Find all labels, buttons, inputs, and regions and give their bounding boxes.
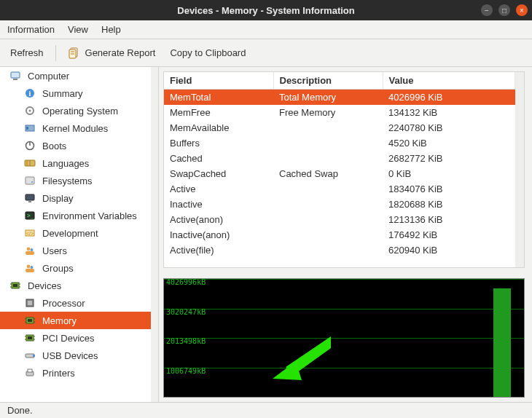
- svg-point-25: [27, 248, 31, 251]
- sidebar-item-processor[interactable]: Processor: [0, 294, 158, 312]
- sidebar-item-printers[interactable]: Printers: [0, 364, 158, 382]
- sidebar-item-filesystems[interactable]: Filesystems: [0, 172, 158, 189]
- cell-description: [273, 181, 383, 197]
- lang-icon: [23, 157, 36, 169]
- toolbar-separator: [55, 45, 56, 61]
- sidebar-item-pci[interactable]: PCI Devices: [0, 329, 158, 347]
- svg-rect-52: [33, 355, 35, 357]
- sidebar-item-label: Summary: [42, 88, 83, 99]
- svg-rect-46: [28, 336, 32, 339]
- table-row[interactable]: SwapCachedCached Swap0 KiB: [164, 166, 515, 181]
- table-row[interactable]: MemTotalTotal Memory4026996 KiB: [164, 90, 515, 106]
- cell-field: Buffers: [164, 135, 273, 151]
- cell-value: 2682772 KiB: [383, 151, 515, 166]
- table-row[interactable]: Cached2682772 KiB: [164, 151, 515, 166]
- dev-icon: </>: [23, 227, 36, 239]
- sidebar-item-label: Users: [42, 245, 67, 256]
- status-bar: Done.: [0, 402, 532, 418]
- sidebar-item-label: Memory: [42, 315, 77, 326]
- svg-rect-54: [28, 369, 32, 372]
- cell-description: [273, 212, 383, 227]
- chart-gridlabel: 4026996kB: [166, 278, 206, 286]
- sidebar-item-label: PCI Devices: [42, 333, 95, 344]
- sidebar-item-kernel-modules[interactable]: Kernel Modules: [0, 119, 158, 137]
- sidebar-item-env-vars[interactable]: >_Environment Variables: [0, 207, 158, 224]
- copy-clipboard-button[interactable]: Copy to Clipboard: [167, 44, 249, 61]
- disk-icon: [23, 175, 36, 186]
- generate-report-button[interactable]: Generate Report: [65, 44, 159, 62]
- sidebar-item-label: Environment Variables: [42, 210, 137, 221]
- cell-description: [273, 151, 383, 166]
- info-icon: i: [23, 87, 36, 99]
- close-button[interactable]: ×: [516, 4, 528, 16]
- table-row[interactable]: Active(file)620940 KiB: [164, 242, 515, 258]
- status-text: Done.: [7, 405, 33, 416]
- sidebar-item-label: Development: [42, 228, 98, 239]
- generate-report-label: Generate Report: [85, 47, 156, 58]
- svg-rect-17: [26, 177, 34, 184]
- sidebar-group-computer[interactable]: Computer: [0, 67, 158, 84]
- sidebar-item-label: Groups: [42, 263, 74, 274]
- menu-help[interactable]: Help: [101, 24, 121, 35]
- table-scrollbar[interactable]: [515, 72, 524, 267]
- header-description[interactable]: Description: [273, 72, 383, 90]
- sidebar-item-summary[interactable]: iSummary: [0, 84, 158, 102]
- table-row[interactable]: Buffers4520 KiB: [164, 135, 515, 151]
- minimize-button[interactable]: −: [481, 4, 493, 16]
- sidebar-item-label: Operating System: [42, 106, 118, 117]
- cell-field: MemTotal: [164, 90, 273, 106]
- copy-clipboard-label: Copy to Clipboard: [170, 47, 246, 58]
- users-icon: [23, 245, 36, 256]
- sidebar-item-os[interactable]: Operating System: [0, 102, 158, 119]
- table-row[interactable]: Inactive1820688 KiB: [164, 197, 515, 212]
- report-icon: [68, 47, 81, 59]
- sidebar-item-label: Printers: [42, 368, 75, 379]
- sidebar-item-groups[interactable]: Groups: [0, 259, 158, 277]
- chart-gridlabel: 2013498kB: [166, 337, 206, 345]
- menu-view[interactable]: View: [68, 24, 88, 35]
- chart-gridline: [164, 309, 524, 309]
- header-value[interactable]: Value: [383, 72, 515, 90]
- chart-gridline: [164, 279, 524, 280]
- window-title: Devices - Memory - System Information: [177, 5, 354, 16]
- table-row[interactable]: Inactive(anon)176492 KiB: [164, 227, 515, 242]
- cell-value: 134132 KiB: [383, 105, 515, 120]
- sidebar-item-display[interactable]: Display: [0, 189, 158, 207]
- sidebar-item-development[interactable]: </>Development: [0, 224, 158, 242]
- header-field[interactable]: Field: [164, 72, 273, 90]
- sidebar-group-devices[interactable]: Devices: [0, 277, 158, 294]
- table-row[interactable]: Active(anon)1213136 KiB: [164, 212, 515, 227]
- cell-field: Inactive: [164, 197, 273, 212]
- users-icon: [23, 262, 36, 274]
- sidebar-item-usb[interactable]: USB Devices: [0, 347, 158, 364]
- computer-icon: [9, 70, 22, 82]
- usb-icon: [23, 350, 36, 361]
- chart-gridlabel: 3020247kB: [166, 308, 206, 316]
- printer-icon: [23, 367, 36, 379]
- svg-text:>_: >_: [27, 213, 34, 219]
- sidebar-scrollbar[interactable]: [151, 67, 158, 402]
- sidebar-item-label: Boots: [42, 141, 66, 151]
- cell-field: MemFree: [164, 105, 273, 120]
- maximize-button[interactable]: □: [498, 4, 510, 16]
- sidebar-item-memory[interactable]: Memory: [0, 312, 158, 329]
- sidebar-group-label: Computer: [28, 71, 69, 82]
- svg-rect-40: [28, 319, 32, 322]
- refresh-button[interactable]: Refresh: [7, 44, 47, 61]
- sidebar-item-languages[interactable]: Languages: [0, 154, 158, 172]
- table-row[interactable]: MemAvailable2240780 KiB: [164, 120, 515, 135]
- sidebar-item-users[interactable]: Users: [0, 242, 158, 259]
- sidebar-item-boots[interactable]: Boots: [0, 137, 158, 154]
- menu-information[interactable]: Information: [7, 24, 55, 35]
- svg-rect-19: [26, 194, 34, 200]
- cell-description: [273, 135, 383, 151]
- svg-rect-20: [28, 201, 31, 202]
- toolbar: Refresh Generate Report Copy to Clipboar…: [0, 39, 532, 67]
- cell-field: SwapCached: [164, 166, 273, 181]
- refresh-label: Refresh: [10, 47, 44, 58]
- cell-field: Active(anon): [164, 212, 273, 227]
- table-row[interactable]: MemFreeFree Memory134132 KiB: [164, 105, 515, 120]
- chip-icon: [23, 315, 36, 326]
- svg-rect-5: [13, 79, 17, 80]
- table-row[interactable]: Active1834076 KiB: [164, 181, 515, 197]
